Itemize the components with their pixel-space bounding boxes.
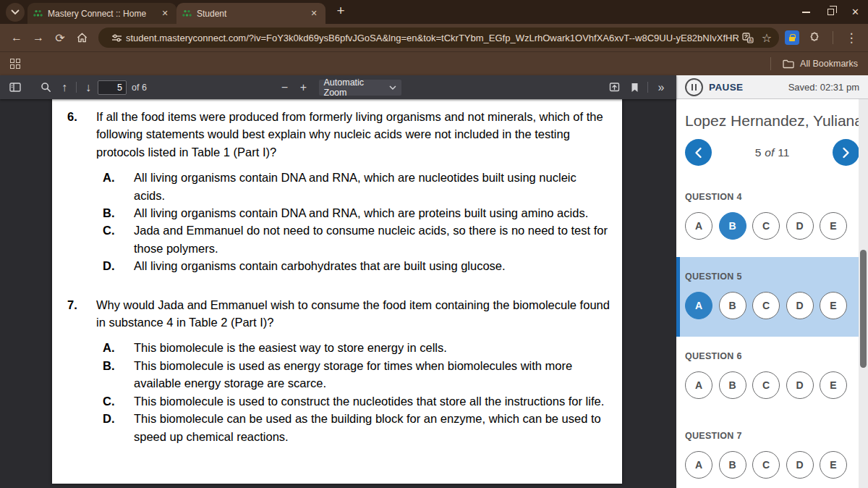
pdf-next-page-button[interactable]: ↓ <box>79 78 98 97</box>
print-icon[interactable] <box>605 78 624 97</box>
home-button[interactable] <box>71 27 93 49</box>
bookmarks-bar: All Bookmarks <box>0 51 868 75</box>
reload-button[interactable]: ⟳ <box>49 27 71 49</box>
student-name: Lopez Hernandez, Yuliana <box>685 112 859 130</box>
url-text[interactable]: student.masteryconnect.com/?iv=FoY3k0kd6… <box>126 33 739 43</box>
forward-button[interactable]: → <box>27 27 49 49</box>
pause-icon <box>685 78 703 96</box>
divider <box>833 31 833 44</box>
pdf-toolbar: ↑ ↓ of 6 − + Automatic Zoom <box>0 75 676 99</box>
answer-bubble-e[interactable]: E <box>820 292 847 319</box>
answer-bubble-c[interactable]: C <box>752 212 780 240</box>
answer-bubble-b[interactable]: B <box>719 451 746 479</box>
tab-title: Student <box>197 9 303 19</box>
minimize-icon[interactable] <box>802 12 810 13</box>
scrollbar-thumb[interactable] <box>860 250 867 368</box>
page-number-input[interactable] <box>98 80 127 95</box>
all-bookmarks[interactable]: All Bookmarks <box>767 57 858 70</box>
question-block: 7.Why would Jada and Emmanuel wish to co… <box>67 296 610 445</box>
answer-bubbles: ABCDE <box>685 451 859 479</box>
pdf-viewport[interactable]: 6.If all the food items were produced fr… <box>0 99 676 488</box>
question-section: QUESTION 6ABCDE <box>676 337 868 416</box>
option-text: All living organisms contain DNA and RNA… <box>134 204 610 222</box>
question-label: QUESTION 6 <box>685 351 859 361</box>
option-text: All living organisms contain DNA and RNA… <box>134 169 610 204</box>
option-letter: C. <box>96 222 134 257</box>
masteryconnect-favicon <box>33 9 43 17</box>
question-list: QUESTION 4ABCDEQUESTION 5ABCDEQUESTION 6… <box>676 177 868 488</box>
previous-student-button[interactable] <box>685 139 712 166</box>
pdf-find-button[interactable] <box>36 78 55 97</box>
option-text: This biomolecule can be used as the buil… <box>134 410 610 445</box>
answer-bubble-e[interactable]: E <box>820 451 847 479</box>
option-letter: B. <box>96 204 134 222</box>
svg-text:A: A <box>749 37 752 42</box>
translate-icon[interactable]: A <box>739 28 757 47</box>
next-student-button[interactable] <box>833 139 859 166</box>
pause-button[interactable]: PAUSE <box>685 78 744 96</box>
pdf-tools-expand-button[interactable]: » <box>652 78 671 97</box>
back-button[interactable]: ← <box>6 27 27 49</box>
pdf-sidebar-toggle-button[interactable] <box>6 78 25 97</box>
zoom-in-button[interactable]: + <box>294 78 313 97</box>
tab-search-button[interactable] <box>6 3 25 22</box>
answer-bubble-b[interactable]: B <box>719 212 746 240</box>
answer-bubble-c[interactable]: C <box>752 371 780 399</box>
answer-option: A.This biomolecule is the easiest way to… <box>96 339 610 356</box>
document-questions: 6.If all the food items were produced fr… <box>67 108 610 445</box>
new-tab-button[interactable]: + <box>331 1 350 20</box>
extensions-puzzle-icon[interactable] <box>804 27 825 49</box>
browser-menu-button[interactable]: ⋮ <box>841 27 862 49</box>
option-text: This biomolecule is used as energy stora… <box>134 357 610 392</box>
tab-close-icon[interactable]: ✕ <box>159 8 171 20</box>
answer-bubble-a[interactable]: A <box>685 451 712 479</box>
chevron-left-icon <box>694 147 702 159</box>
site-settings-icon[interactable] <box>107 28 126 47</box>
answer-bubble-d[interactable]: D <box>786 292 814 319</box>
answer-bubble-b[interactable]: B <box>719 292 746 319</box>
answer-bubble-e[interactable]: E <box>820 371 847 399</box>
answer-bubble-c[interactable]: C <box>752 451 780 479</box>
answer-bubble-d[interactable]: D <box>786 451 814 479</box>
pdf-previous-page-button[interactable]: ↑ <box>55 78 74 97</box>
option-letter: B. <box>96 357 134 392</box>
zoom-out-button[interactable]: − <box>276 78 294 97</box>
address-bar[interactable]: student.masteryconnect.com/?iv=FoY3k0kd6… <box>98 28 779 48</box>
close-icon[interactable]: ✕ <box>851 7 859 17</box>
question-number: 7. <box>67 296 96 445</box>
answer-bubble-d[interactable]: D <box>786 371 814 399</box>
answer-bubble-b[interactable]: B <box>719 371 746 399</box>
extension-lock-icon[interactable] <box>785 30 799 45</box>
student-position: 5of11 <box>755 146 790 159</box>
tab-close-icon[interactable]: ✕ <box>308 8 320 20</box>
divider <box>76 82 77 93</box>
question-section: QUESTION 4ABCDE <box>676 177 868 257</box>
window-controls: ✕ <box>802 0 859 24</box>
answer-bubble-c[interactable]: C <box>752 292 780 319</box>
question-label: QUESTION 5 <box>685 272 859 282</box>
bookmark-icon[interactable] <box>625 78 644 97</box>
zoom-level-label: Automatic Zoom <box>324 77 389 98</box>
page-count-label: of 6 <box>132 83 147 93</box>
tab-mastery-connect-home[interactable]: Mastery Connect :: Home ✕ <box>27 3 176 24</box>
answer-bubble-a[interactable]: A <box>685 292 712 319</box>
search-icon <box>41 82 51 93</box>
option-text: All living organisms contain carbohydrat… <box>134 257 610 274</box>
answer-bubble-d[interactable]: D <box>786 212 814 240</box>
pause-label: PAUSE <box>709 82 744 93</box>
page-content: ↑ ↓ of 6 − + Automatic Zoom <box>0 75 868 488</box>
answer-bubbles: ABCDE <box>685 212 859 240</box>
zoom-level-select[interactable]: Automatic Zoom <box>319 80 401 96</box>
apps-grid-icon[interactable] <box>10 59 20 69</box>
restore-icon[interactable] <box>827 9 834 15</box>
bookmark-star-icon[interactable]: ☆ <box>757 28 776 47</box>
pdf-page: 6.If all the food items were produced fr… <box>52 99 622 484</box>
toolbar-right-icons: ⋮ <box>785 27 862 49</box>
answer-bubble-a[interactable]: A <box>685 371 712 399</box>
answer-bubble-e[interactable]: E <box>820 212 847 240</box>
question-section: QUESTION 7ABCDE <box>676 416 868 488</box>
answer-bubble-a[interactable]: A <box>685 212 712 240</box>
option-letter: C. <box>96 392 134 410</box>
tab-student[interactable]: Student ✕ <box>176 3 326 24</box>
panel-scrollbar[interactable] <box>859 99 868 488</box>
